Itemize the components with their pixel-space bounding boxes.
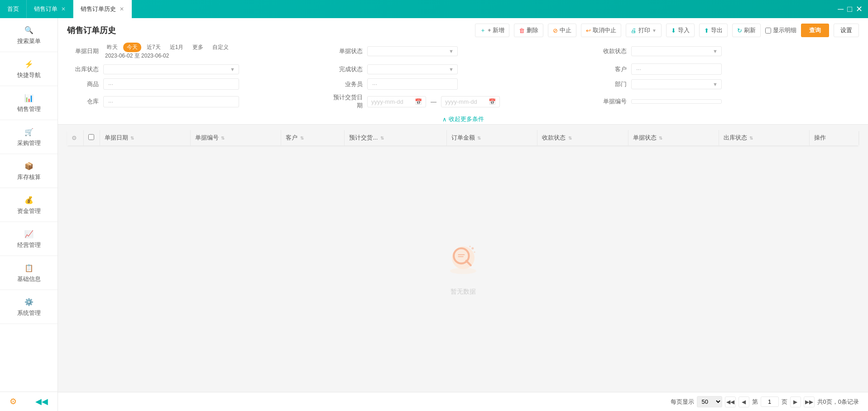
sidebar-item-ops-mgmt[interactable]: 📈 经营管理 [0,222,58,256]
dept-select[interactable]: ▼ [631,79,722,89]
receipt-status-select[interactable]: ▼ [631,46,722,56]
print-button[interactable]: 🖨 打印 ▼ [626,24,662,37]
settings-icon: ⚙ [72,135,77,141]
th-settings[interactable]: ⚙ [67,130,83,146]
sidebar-item-finance-mgmt-label: 资金管理 [17,207,41,215]
cancel-stop-button[interactable]: ↩ 取消中止 [581,24,621,37]
date-tab-7days[interactable]: 近7天 [143,43,164,52]
goods-input[interactable]: ··· [103,78,239,90]
maximize-icon[interactable]: □ [847,5,852,14]
sidebar-item-sys-mgmt[interactable]: ⚙️ 系统管理 [0,290,58,324]
filter-row-4: 仓库 ··· 预计交货日期 yyyy-mm-dd 📅 — yyyy [67,93,859,110]
th-date[interactable]: 单据日期 ⇅ [100,130,190,146]
svg-point-1 [450,268,476,274]
toolbar: ＋ + 新增 🗑 删除 ⊘ 中止 ↩ 取消中止 [475,24,859,37]
display-toggle[interactable]: 显示明细 [765,26,796,34]
complete-status-select[interactable]: ▼ [367,64,458,74]
sidebar-settings-icon[interactable]: ⚙ [10,396,17,406]
delivery-date-end-input[interactable]: yyyy-mm-dd 📅 [441,96,500,107]
filter-col-bill-number: 单据编号 [595,97,859,106]
sidebar-item-ops-mgmt-label: 经营管理 [17,241,41,249]
tab-sales-order[interactable]: 销售订单 ✕ [27,0,73,18]
next-page-button[interactable]: ▶ [790,396,801,407]
delivery-date-start-input[interactable]: yyyy-mm-dd 📅 [367,96,426,107]
th-checkbox[interactable] [83,130,100,146]
tab-sales-order-close[interactable]: ✕ [61,6,66,12]
dept-chevron-icon: ▼ [713,82,718,87]
sidebar-item-search-menu[interactable]: 🔍 搜索菜单 [0,18,58,52]
stop-button[interactable]: ⊘ 中止 [548,24,576,37]
select-all-checkbox[interactable] [88,134,94,140]
sidebar-item-quick-nav-label: 快捷导航 [17,71,41,79]
th-receipt-status[interactable]: 收款状态 ⇅ [537,130,628,146]
bill-number-input[interactable] [631,99,722,104]
out-status-select[interactable]: ▼ [103,64,239,74]
th-receipt-status-label: 收款状态 [542,134,566,141]
collapse-row[interactable]: ∧ 收起更多条件 [67,113,859,124]
refresh-icon: ↻ [737,27,742,34]
close-icon[interactable]: ✕ [856,4,863,14]
th-out-status[interactable]: 出库状态 ⇅ [719,130,809,146]
last-page-button[interactable]: ▶▶ [804,396,815,407]
th-date-label: 单据日期 [105,134,128,141]
import-button[interactable]: ⬇ 导入 [666,24,695,37]
sidebar-item-finance-mgmt[interactable]: 💰 资金管理 [0,188,58,222]
th-delivery[interactable]: 预计交货... ⇅ [345,130,446,146]
th-bill-status[interactable]: 单据状态 ⇅ [628,130,719,146]
tab-sales-order-history[interactable]: 销售订单历史 ✕ [73,0,132,18]
th-amount[interactable]: 订单金额 ⇅ [446,130,537,146]
date-tab-yesterday[interactable]: 昨天 [103,43,121,52]
out-status-label: 出库状态 [67,65,103,73]
sys-mgmt-icon: ⚙️ [24,296,34,307]
th-number[interactable]: 单据编号 ⇅ [190,130,281,146]
print-icon: 🖨 [631,27,637,34]
minimize-icon[interactable]: ─ [838,5,844,14]
th-customer[interactable]: 客户 ⇅ [281,130,345,146]
empty-illustration [441,237,486,282]
finance-mgmt-icon: 💰 [24,194,34,205]
customer-input[interactable]: ··· [631,63,722,75]
first-page-button[interactable]: ◀◀ [725,396,736,407]
collapse-arrow-icon: ∧ [442,116,447,123]
new-button[interactable]: ＋ + 新增 [475,24,509,37]
date-dash: — [428,98,439,105]
sidebar-item-inventory-mgmt[interactable]: 📦 库存核算 [0,154,58,188]
svg-point-5 [474,251,475,252]
query-button[interactable]: 查询 [801,24,829,37]
date-tab-more[interactable]: 更多 [189,43,207,52]
date-tab-1month[interactable]: 近1月 [166,43,187,52]
sidebar-item-sales-mgmt[interactable]: 📊 销售管理 [0,86,58,120]
export-button[interactable]: ⬆ 导出 [699,24,728,37]
sort-customer-icon: ⇅ [300,135,304,140]
filter-row-2: 出库状态 ▼ 完成状态 ▼ 客户 [67,63,859,75]
sidebar-item-basic-info[interactable]: 📋 基础信息 [0,256,58,290]
th-amount-label: 订单金额 [451,134,475,141]
filter-col-warehouse: 仓库 ··· [67,96,331,107]
page-number-input[interactable] [761,396,779,407]
delivery-date-end-value: yyyy-mm-dd [445,98,477,105]
tab-home[interactable]: 首页 [0,0,27,18]
sidebar-collapse-icon[interactable]: ◀◀ [35,396,48,406]
delivery-date-label: 预计交货日期 [331,93,367,110]
bill-status-select[interactable]: ▼ [367,46,458,56]
sidebar-item-purchase-mgmt[interactable]: 🛒 采购管理 [0,120,58,154]
salesperson-input[interactable]: ··· [367,78,458,90]
per-page-select[interactable]: 50 10 20 100 [697,396,722,407]
svg-point-4 [471,247,474,249]
refresh-button[interactable]: ↻ 刷新 [732,24,761,37]
delete-button[interactable]: 🗑 删除 [514,24,543,37]
filter-col-receipt-status: 收款状态 ▼ [595,46,859,56]
settings-button[interactable]: 设置 [834,24,859,37]
date-tab-custom[interactable]: 自定义 [209,43,232,52]
sidebar-item-quick-nav[interactable]: ⚡ 快捷导航 [0,52,58,86]
tab-sales-order-history-close[interactable]: ✕ [120,6,124,12]
date-filter: 昨天 今天 近7天 近1月 更多 自定义 2023-06-02 至 2023-0… [103,43,232,60]
date-tab-today[interactable]: 今天 [123,43,141,52]
warehouse-input[interactable]: ··· [103,96,239,107]
display-checkbox[interactable] [765,28,771,34]
prev-page-button[interactable]: ◀ [739,396,749,407]
filter-row-3: 商品 ··· 业务员 ··· 部门 ▼ [67,78,859,90]
tab-sales-order-label: 销售订单 [34,5,58,13]
print-label: 打印 [638,26,650,34]
delivery-date-start-value: yyyy-mm-dd [371,98,403,105]
